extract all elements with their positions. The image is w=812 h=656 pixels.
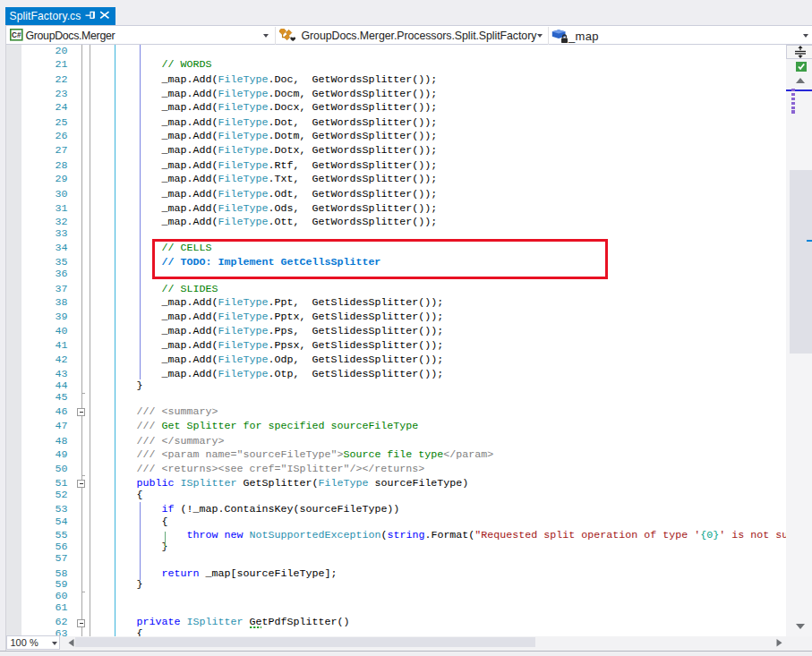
svg-text:C#: C# (12, 31, 21, 39)
